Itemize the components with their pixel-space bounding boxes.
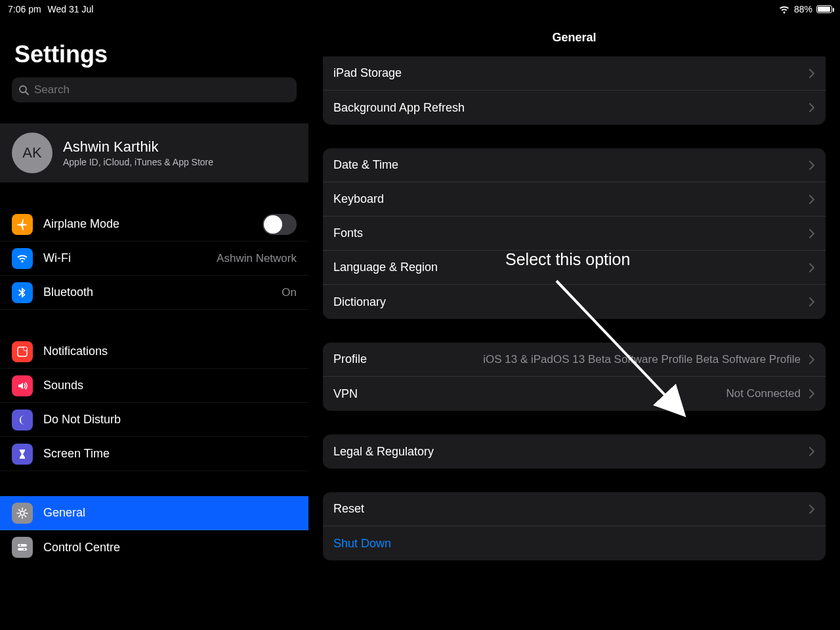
sidebar-item-label: Wi-Fi (43, 251, 206, 265)
sidebar-item-label: Control Centre (43, 541, 297, 555)
toggles-icon (12, 537, 33, 558)
chevron-right-icon (808, 68, 815, 79)
annotation-text: Select this option (505, 250, 630, 269)
sidebar-item-dnd[interactable]: Do Not Disturb (0, 403, 308, 437)
row-label: iPad Storage (333, 66, 402, 80)
airplane-icon (12, 214, 33, 235)
settings-section: Legal & Regulatory (323, 434, 826, 469)
svg-rect-7 (18, 548, 27, 551)
settings-sidebar: Settings AK Ashwin Karthik Apple ID, iCl… (0, 18, 308, 630)
sidebar-item-label: Sounds (43, 379, 297, 392)
gear-icon (12, 503, 33, 524)
svg-line-1 (26, 92, 28, 94)
detail-panel: General iPad StorageBackground App Refre… (308, 18, 840, 630)
row-label: Background App Refresh (333, 101, 465, 115)
row-label: Keyboard (333, 192, 384, 206)
wifi-network-value: Ashwin Network (217, 252, 297, 265)
row-reset[interactable]: Reset (323, 492, 826, 526)
row-keyboard[interactable]: Keyboard (323, 182, 826, 217)
chevron-right-icon (808, 102, 815, 113)
sidebar-item-notifications[interactable]: Notifications (0, 335, 308, 369)
sidebar-item-screentime[interactable]: Screen Time (0, 437, 308, 471)
svg-point-8 (24, 549, 26, 551)
sidebar-item-label: Screen Time (43, 447, 297, 461)
row-shut-down[interactable]: Shut Down (323, 526, 826, 560)
svg-point-4 (20, 511, 24, 515)
row-label: Language & Region (333, 261, 438, 274)
svg-point-6 (20, 545, 22, 547)
search-input[interactable] (12, 77, 297, 102)
battery-percent: 88% (794, 4, 812, 14)
row-label: Date & Time (333, 158, 398, 172)
sidebar-item-sounds[interactable]: Sounds (0, 369, 308, 403)
row-label: Fonts (333, 226, 363, 240)
detail-title: General (308, 18, 840, 56)
svg-point-3 (24, 346, 28, 350)
settings-section: iPad StorageBackground App Refresh (323, 56, 826, 125)
row-background-app-refresh[interactable]: Background App Refresh (323, 91, 826, 125)
bluetooth-value: On (282, 286, 297, 299)
status-date: Wed 31 Jul (48, 4, 94, 14)
search-field[interactable] (34, 83, 290, 96)
chevron-right-icon (808, 194, 815, 205)
row-date-time[interactable]: Date & Time (323, 148, 826, 182)
airplane-toggle[interactable] (262, 214, 297, 235)
row-fonts[interactable]: Fonts (323, 217, 826, 251)
search-icon (18, 85, 29, 95)
chevron-right-icon (808, 388, 815, 399)
wifi-icon (778, 5, 790, 14)
row-ipad-storage[interactable]: iPad Storage (323, 56, 826, 91)
row-label: VPN (333, 387, 358, 401)
bluetooth-icon (12, 282, 33, 303)
sounds-icon (12, 375, 33, 396)
chevron-right-icon (808, 446, 815, 457)
sidebar-item-general[interactable]: General (0, 496, 308, 530)
status-bar: 7:06 pm Wed 31 Jul 88% (0, 0, 840, 18)
row-label: Shut Down (333, 537, 391, 551)
annotation-arrow-icon (551, 276, 696, 427)
row-label: Legal & Regulatory (333, 445, 434, 459)
apple-id-row[interactable]: AK Ashwin Karthik Apple ID, iCloud, iTun… (0, 123, 308, 182)
sidebar-item-control-centre[interactable]: Control Centre (0, 530, 308, 564)
avatar: AK (12, 133, 52, 173)
status-time: 7:06 pm (8, 4, 41, 14)
notifications-icon (12, 341, 33, 362)
hourglass-icon (12, 444, 33, 465)
chevron-right-icon (808, 262, 815, 273)
settings-section: ResetShut Down (323, 492, 826, 560)
row-label: Reset (333, 502, 364, 516)
sidebar-item-bluetooth[interactable]: Bluetooth On (0, 276, 308, 310)
sidebar-item-label: Airplane Mode (43, 217, 252, 231)
svg-rect-5 (18, 544, 27, 547)
chevron-right-icon (808, 354, 815, 365)
moon-icon (12, 410, 33, 430)
sidebar-item-label: General (43, 506, 297, 520)
sidebar-item-airplane[interactable]: Airplane Mode (0, 207, 308, 242)
page-title: Settings (0, 18, 308, 77)
chevron-right-icon (808, 297, 815, 307)
sidebar-item-label: Do Not Disturb (43, 413, 297, 427)
chevron-right-icon (808, 228, 815, 239)
chevron-right-icon (808, 160, 815, 171)
svg-line-9 (556, 281, 682, 413)
sidebar-item-label: Bluetooth (43, 285, 271, 299)
account-name: Ashwin Karthik (63, 138, 213, 156)
sidebar-item-label: Notifications (43, 345, 297, 358)
row-label: Profile (333, 352, 367, 366)
wifi-icon (12, 248, 33, 269)
battery-icon (816, 5, 832, 13)
row-legal-regulatory[interactable]: Legal & Regulatory (323, 434, 826, 469)
row-label: Dictionary (333, 295, 386, 309)
account-subtitle: Apple ID, iCloud, iTunes & App Store (63, 157, 213, 167)
chevron-right-icon (808, 504, 815, 514)
sidebar-item-wifi[interactable]: Wi-Fi Ashwin Network (0, 242, 308, 276)
